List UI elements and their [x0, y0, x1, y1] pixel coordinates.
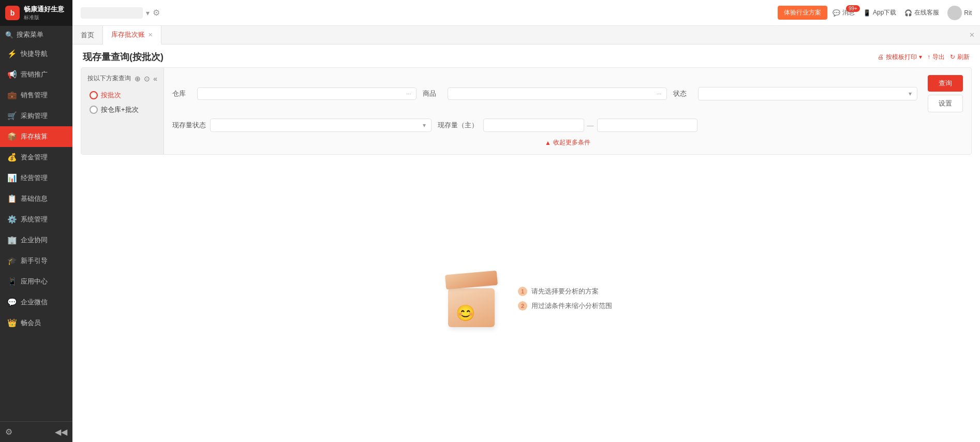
settings-footer-icon[interactable]: ⚙	[5, 427, 12, 437]
sidebar-item-enterprise[interactable]: 🏢 企业协同	[0, 230, 72, 251]
avatar	[947, 6, 962, 20]
sidebar-item-label: 系统管理	[21, 215, 48, 224]
sidebar-item-label: 基础信息	[21, 194, 48, 203]
headset-icon: 🎧	[904, 9, 912, 17]
print-button[interactable]: 🖨 按模板打印 ▾	[878, 53, 922, 62]
sidebar-item-purchase[interactable]: 🛒 采购管理	[0, 106, 72, 126]
collapse-filters-button[interactable]: ▲ 收起更多条件	[172, 138, 963, 147]
refresh-button[interactable]: ↻ 刷新	[950, 53, 970, 62]
member-icon: 👑	[7, 318, 17, 328]
operation-icon: 📊	[7, 173, 17, 183]
scheme-settings-icon[interactable]: ⊙	[144, 75, 150, 83]
status-dropdown-icon: ▾	[909, 90, 912, 97]
box-lid	[445, 270, 498, 289]
inventory-status-select[interactable]: ▾	[210, 119, 432, 132]
sidebar-item-label: 快捷导航	[21, 49, 48, 58]
app-download-item[interactable]: 📱 App下载	[863, 8, 896, 17]
online-service-item[interactable]: 🎧 在线客服	[904, 8, 939, 17]
sidebar-search-label: 搜索菜单	[17, 30, 43, 39]
topbar-search-input[interactable]	[81, 7, 143, 19]
warehouse-more-icon[interactable]: ···	[406, 91, 411, 97]
export-button[interactable]: ↑ 导出	[927, 53, 945, 62]
page-title: 现存量查询(按批次)	[83, 51, 164, 63]
sidebar-header: b 畅康通好生意 标准版	[0, 0, 72, 26]
product-input[interactable]: ···	[448, 87, 667, 100]
empty-hint-1: 1 请先选择要分析的方案	[518, 287, 612, 296]
inventory-qty-range: —	[483, 119, 697, 132]
inventory-qty-field: 现存量（主） —	[438, 119, 697, 132]
messages-item[interactable]: 💬 消息 99+	[833, 8, 855, 17]
sidebar-footer: ⚙ ◀◀	[0, 421, 72, 442]
sidebar-item-wechat[interactable]: 💬 企业微信	[0, 292, 72, 313]
collapse-left-icon[interactable]: «	[153, 75, 157, 83]
warehouse-input[interactable]: ···	[197, 87, 417, 100]
product-label: 商品	[423, 89, 443, 98]
query-button[interactable]: 查询	[928, 75, 963, 92]
refresh-icon: ↻	[950, 53, 955, 61]
inventory-qty-max-input[interactable]	[597, 119, 697, 132]
tab-panel-close-icon[interactable]: ✕	[964, 26, 980, 44]
print-icon: 🖨	[878, 53, 884, 61]
status-field: 状态 ▾	[673, 87, 917, 100]
finance-icon: 💰	[7, 153, 17, 162]
settings-button[interactable]: 设置	[928, 95, 963, 112]
topbar-dropdown-icon[interactable]: ▾	[146, 9, 150, 17]
topbar-right: 💬 消息 99+ 📱 App下载 🎧 在线客服 Rit	[833, 6, 972, 20]
user-avatar-item[interactable]: Rit	[947, 6, 972, 20]
sidebar-item-newbie[interactable]: 🎓 新手引导	[0, 251, 72, 271]
tabbar: 首页 库存批次账 ✕ ✕	[72, 26, 980, 45]
sidebar-item-marketing[interactable]: 📢 营销推广	[0, 64, 72, 85]
sidebar-item-system[interactable]: ⚙️ 系统管理	[0, 209, 72, 230]
radio-batch	[90, 91, 98, 99]
sidebar-item-appcenter[interactable]: 📱 应用中心	[0, 271, 72, 292]
sidebar-item-label: 库存核算	[21, 132, 48, 141]
action-buttons: 查询 设置	[928, 75, 963, 112]
sidebar-item-operation[interactable]: 📊 经营管理	[0, 168, 72, 188]
product-more-icon[interactable]: ···	[657, 91, 661, 97]
filter-option-batch[interactable]: 按批次	[87, 88, 157, 102]
sidebar-item-label: 销售管理	[21, 91, 48, 100]
sidebar-item-basic[interactable]: 📋 基础信息	[0, 188, 72, 209]
inventory-status-field: 现存量状态 ▾	[172, 119, 432, 132]
tab-home[interactable]: 首页	[72, 26, 103, 44]
quick-nav-icon: ⚡	[7, 49, 17, 58]
empty-state: 😊 1 请先选择要分析的方案 2 用过滤条件来缩小分析范围	[72, 160, 980, 442]
empty-hint-1-text: 请先选择要分析的方案	[531, 287, 599, 296]
collapse-sidebar-icon[interactable]: ◀◀	[55, 427, 67, 437]
range-dash: —	[587, 122, 594, 129]
app-download-label: App下载	[873, 8, 896, 17]
filter-fields: 仓库 ··· 商品 ··· 状态	[164, 68, 971, 154]
sidebar-item-quick-nav[interactable]: ⚡ 快捷导航	[0, 43, 72, 64]
page-header: 现存量查询(按批次) 🖨 按模板打印 ▾ ↑ 导出 ↻ 刷新	[72, 45, 980, 67]
tab-inventory-batch[interactable]: 库存批次账 ✕	[103, 26, 161, 45]
inventory-qty-min-input[interactable]	[483, 119, 584, 132]
print-dropdown-icon[interactable]: ▾	[919, 53, 922, 61]
topbar-gear-icon[interactable]: ⚙	[153, 8, 160, 18]
sidebar-item-label: 应用中心	[21, 277, 48, 286]
phone-icon: 📱	[863, 9, 871, 17]
filter-scheme-icons: ⊕ ⊙ «	[135, 75, 157, 83]
sidebar-item-sales[interactable]: 💼 销售管理	[0, 85, 72, 106]
inventory-icon: 📦	[7, 132, 17, 141]
status-select[interactable]: ▾	[698, 87, 917, 100]
sales-icon: 💼	[7, 91, 17, 100]
sidebar-item-finance[interactable]: 💰 资金管理	[0, 147, 72, 168]
basic-icon: 📋	[7, 194, 17, 203]
trial-button[interactable]: 体验行业方案	[778, 6, 827, 20]
status-label: 状态	[673, 89, 694, 98]
sidebar-item-member[interactable]: 👑 畅会员	[0, 313, 72, 333]
inventory-qty-label: 现存量（主）	[438, 121, 479, 130]
wechat-icon: 💬	[7, 298, 17, 307]
export-icon: ↑	[927, 53, 930, 61]
inventory-status-label: 现存量状态	[172, 121, 206, 130]
username-label: Rit	[964, 9, 972, 17]
tab-close-icon[interactable]: ✕	[148, 32, 153, 38]
app-title-block: 畅康通好生意 标准版	[24, 5, 64, 21]
filter-row-2: 现存量状态 ▾ 现存量（主） —	[172, 119, 963, 132]
app-version: 标准版	[24, 14, 64, 21]
filter-option-warehouse-batch[interactable]: 按仓库+批次	[87, 102, 157, 117]
sidebar-search[interactable]: 🔍 搜索菜单	[0, 26, 72, 43]
sidebar-item-inventory[interactable]: 📦 库存核算	[0, 126, 72, 147]
add-scheme-icon[interactable]: ⊕	[135, 75, 141, 83]
sidebar-item-label: 企业微信	[21, 298, 48, 307]
